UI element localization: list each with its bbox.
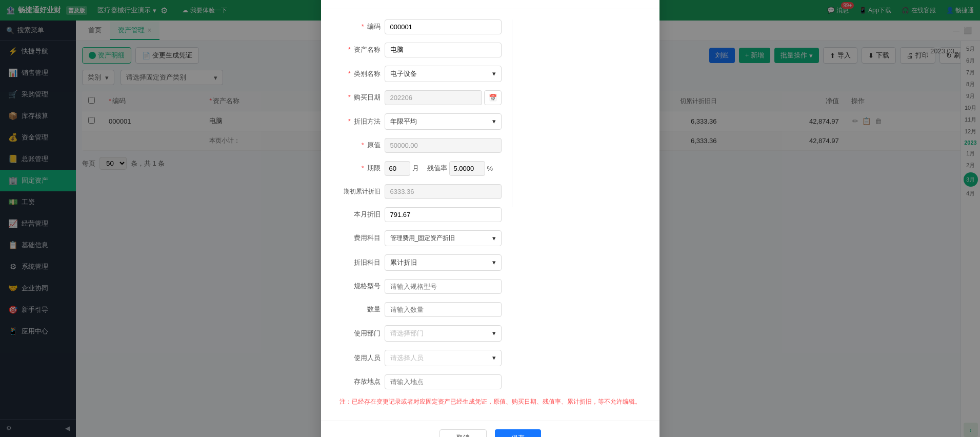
form-row-period: * 期限 月 残值率 % xyxy=(339,161,502,176)
form-row-model: 规格型号 xyxy=(339,279,502,294)
form-row-department: 使用部门 请选择部门 ▾ xyxy=(339,325,502,342)
dep-subject-label: 折旧科目 xyxy=(339,258,381,267)
form-row-expense-subject: 费用科目 管理费用_固定资产折旧 ▾ xyxy=(339,230,502,246)
period-input[interactable] xyxy=(385,161,410,176)
code-input[interactable] xyxy=(385,19,502,34)
category-label: * 类别名称 xyxy=(339,69,381,78)
residual-rate-input[interactable] xyxy=(449,161,485,176)
form-row-depreciation-method: * 折旧方法 年限平均 ▾ xyxy=(339,113,502,130)
modal-footer: 取消 保存 xyxy=(321,421,659,438)
expense-subject-select[interactable]: 管理费用_固定资产折旧 ▾ xyxy=(385,230,502,246)
form-row-location: 存放地点 xyxy=(339,374,502,389)
monthly-dep-input[interactable] xyxy=(385,207,502,222)
purchase-date-input[interactable] xyxy=(385,90,482,105)
depreciation-method-value: 年限平均 xyxy=(390,117,417,126)
cancel-button[interactable]: 取消 xyxy=(439,429,487,438)
form-row-code: * 编码 xyxy=(339,19,502,34)
person-select[interactable]: 请选择人员 ▾ xyxy=(385,350,502,366)
quantity-label: 数量 xyxy=(339,305,381,314)
method-select-arrow: ▾ xyxy=(492,117,496,125)
period-unit: 月 xyxy=(412,164,419,173)
form-row-accumulated: 期初累计折旧 xyxy=(339,184,502,199)
person-placeholder: 请选择人员 xyxy=(390,353,424,363)
accumulated-label: 期初累计折旧 xyxy=(339,187,381,196)
form-right-col: 本月折旧 费用科目 管理费用_固定资产折旧 ▾ xyxy=(333,207,508,398)
dep-subject-select[interactable]: 累计折旧 ▾ xyxy=(385,254,502,271)
form-note: 注：已经存在变更记录或者对应固定资产已经生成凭证，原值、购买日期、残值率、累计折… xyxy=(333,398,647,406)
form-row-original-value: * 原值 xyxy=(339,138,502,153)
quantity-input[interactable] xyxy=(385,302,502,317)
period-label: * 期限 xyxy=(339,164,381,173)
expense-subject-value: 管理费用_固定资产折旧 xyxy=(390,234,455,243)
dep-subject-arrow: ▾ xyxy=(492,259,496,266)
expense-subject-label: 费用科目 xyxy=(339,233,381,243)
department-select[interactable]: 请选择部门 ▾ xyxy=(385,325,502,342)
asset-name-label: * 资产名称 xyxy=(339,45,381,54)
person-arrow: ▾ xyxy=(492,354,496,362)
asset-name-input[interactable] xyxy=(385,43,502,57)
modal-body: * 编码 * 资产名称 xyxy=(321,9,659,421)
calendar-icon[interactable]: 📅 xyxy=(484,90,502,105)
dep-subject-value: 累计折旧 xyxy=(390,258,417,267)
accumulated-input[interactable] xyxy=(385,184,502,199)
edit-asset-modal: 编辑固定资产 × * 编码 xyxy=(321,0,659,437)
category-select[interactable]: 电子设备 ▾ xyxy=(385,66,502,82)
code-required-mark: * xyxy=(362,23,364,30)
form-row-person: 使用人员 请选择人员 ▾ xyxy=(339,350,502,366)
depreciation-method-label: * 折旧方法 xyxy=(339,117,381,126)
category-select-value: 电子设备 xyxy=(390,69,417,78)
model-input[interactable] xyxy=(385,279,502,294)
residual-rate-unit: % xyxy=(487,165,493,172)
department-arrow: ▾ xyxy=(492,329,496,337)
department-label: 使用部门 xyxy=(339,329,381,338)
purchase-date-field: 📅 xyxy=(385,90,502,105)
model-label: 规格型号 xyxy=(339,282,381,291)
purchase-date-label: * 购买日期 xyxy=(339,93,381,102)
person-label: 使用人员 xyxy=(339,353,381,363)
form-row-monthly-dep: 本月折旧 xyxy=(339,207,502,222)
location-input[interactable] xyxy=(385,374,502,389)
original-value-label: * 原值 xyxy=(339,141,381,150)
form-row-category: * 类别名称 电子设备 ▾ xyxy=(339,66,502,82)
residual-rate-label: 残值率 xyxy=(427,164,447,173)
monthly-dep-label: 本月折旧 xyxy=(339,210,381,219)
location-label: 存放地点 xyxy=(339,377,381,386)
form-row-dep-subject: 折旧科目 累计折旧 ▾ xyxy=(339,254,502,271)
department-placeholder: 请选择部门 xyxy=(390,329,424,338)
save-button[interactable]: 保存 xyxy=(495,429,541,438)
form-divider xyxy=(512,19,512,207)
modal-overlay[interactable]: 编辑固定资产 × * 编码 xyxy=(0,0,980,437)
form-left-col: * 编码 * 资产名称 xyxy=(333,19,508,207)
modal-title: 编辑固定资产 xyxy=(333,0,379,1)
original-value-input[interactable] xyxy=(385,138,502,153)
form-row-purchase-date: * 购买日期 📅 xyxy=(339,90,502,105)
form-row-quantity: 数量 xyxy=(339,302,502,317)
form-grid: * 编码 * 资产名称 xyxy=(333,19,647,398)
period-residual-group: 月 残值率 % xyxy=(385,161,493,176)
form-row-name: * 资产名称 xyxy=(339,43,502,57)
code-label: * 编码 xyxy=(339,22,381,31)
category-select-arrow: ▾ xyxy=(492,70,496,77)
depreciation-method-select[interactable]: 年限平均 ▾ xyxy=(385,113,502,130)
modal-header: 编辑固定资产 × xyxy=(321,0,659,9)
expense-subject-arrow: ▾ xyxy=(492,234,496,242)
